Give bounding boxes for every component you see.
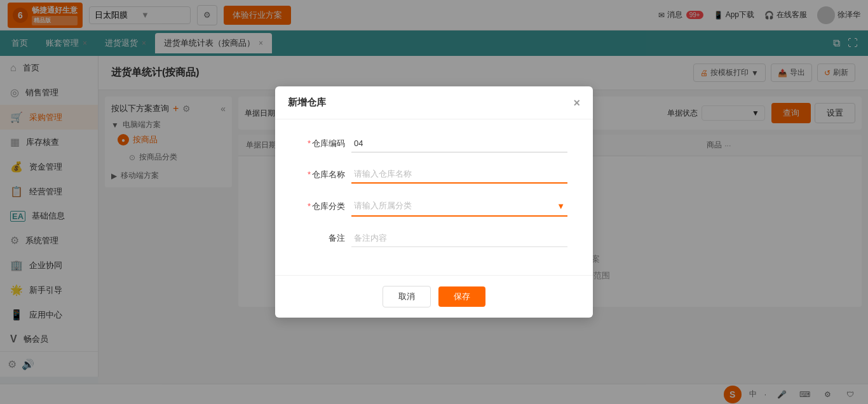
- modal-overlay[interactable]: 新增仓库 × *仓库编码 *仓库名称 *仓库分类: [0, 0, 868, 404]
- modal-close-button[interactable]: ×: [573, 97, 580, 109]
- select-arrow-icon: ▼: [557, 201, 565, 211]
- form-row-category: *仓库分类 请输入所属分类 ▼: [301, 196, 567, 217]
- category-label: *仓库分类: [301, 201, 345, 212]
- warehouse-name-input[interactable]: [351, 165, 567, 184]
- warehouse-code-input[interactable]: [351, 135, 567, 152]
- modal-body: *仓库编码 *仓库名称 *仓库分类 请输入所属分类 ▼: [275, 119, 593, 275]
- modal-header: 新增仓库 ×: [275, 86, 593, 119]
- form-row-name: *仓库名称: [301, 165, 567, 184]
- new-warehouse-modal: 新增仓库 × *仓库编码 *仓库名称 *仓库分类: [275, 86, 593, 318]
- form-row-remark: 备注: [301, 229, 567, 247]
- remark-input[interactable]: [351, 229, 567, 247]
- category-required-star: *: [308, 201, 311, 211]
- cancel-button[interactable]: 取消: [383, 286, 431, 307]
- modal-title: 新增仓库: [288, 97, 326, 109]
- code-required-star: *: [308, 138, 311, 148]
- name-label: *仓库名称: [301, 169, 345, 180]
- form-row-code: *仓库编码: [301, 135, 567, 152]
- category-placeholder: 请输入所属分类: [354, 200, 412, 212]
- code-label: *仓库编码: [301, 138, 345, 149]
- modal-footer: 取消 保存: [275, 275, 593, 318]
- warehouse-category-select[interactable]: 请输入所属分类 ▼: [351, 196, 567, 217]
- name-required-star: *: [308, 170, 311, 179]
- save-button[interactable]: 保存: [438, 286, 485, 307]
- remark-label: 备注: [301, 232, 345, 244]
